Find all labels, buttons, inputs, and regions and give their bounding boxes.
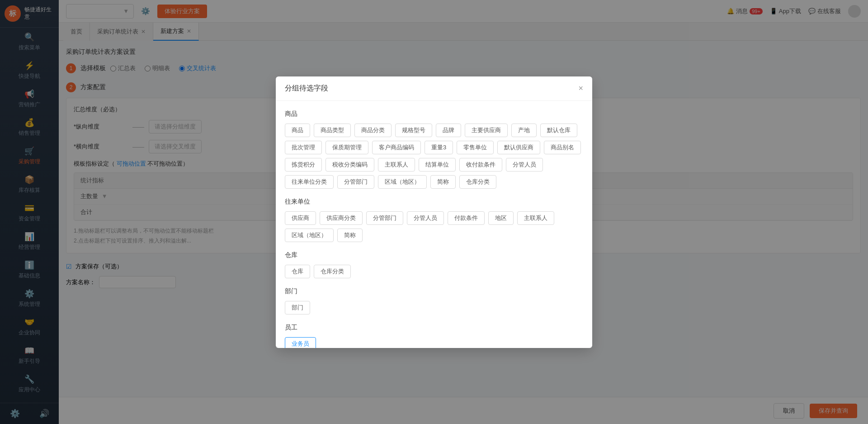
field-tag-product[interactable]: 商品 <box>285 124 310 137</box>
field-select-modal: 分组待选字段 × 商品 商品 商品类型 商品分类 规格型号 品牌 主要供应商 产… <box>276 76 592 348</box>
field-tag-product-category[interactable]: 商品分类 <box>354 124 392 137</box>
field-tag-main-supplier[interactable]: 主要供应商 <box>465 124 508 137</box>
field-tag-settlement-unit[interactable]: 结算单位 <box>419 158 456 172</box>
field-tag-supplier-cat[interactable]: 供应商分类 <box>320 211 363 225</box>
field-group-employee-title: 员工 <box>285 324 583 332</box>
field-tag-customer-code[interactable]: 客户商品编码 <box>372 141 421 154</box>
field-tag-region[interactable]: 区域（地区） <box>285 229 334 242</box>
field-tag-warehouse[interactable]: 仓库 <box>285 265 310 278</box>
field-tag-abbr[interactable]: 简称 <box>337 229 363 242</box>
field-tag-person[interactable]: 分管人员 <box>407 211 444 225</box>
field-group-warehouse-title: 仓库 <box>285 251 583 259</box>
field-tag-batch-mgmt[interactable]: 批次管理 <box>285 141 322 154</box>
field-tag-tax-code[interactable]: 税收分类编码 <box>326 158 374 172</box>
field-tag-default-warehouse[interactable]: 默认仓库 <box>540 124 577 137</box>
field-tag-warehouse-cat[interactable]: 仓库分类 <box>314 265 351 278</box>
modal-close-button[interactable]: × <box>578 84 583 93</box>
employee-fields: 业务员 <box>285 337 583 348</box>
modal-header: 分组待选字段 × <box>276 76 592 101</box>
field-tag-dept-main[interactable]: 部门 <box>285 301 310 314</box>
field-tag-pay-terms[interactable]: 付款条件 <box>448 211 485 225</box>
product-fields: 商品 商品类型 商品分类 规格型号 品牌 主要供应商 产地 默认仓库 批次管理 … <box>285 124 583 189</box>
field-tag-default-supplier[interactable]: 默认供应商 <box>497 141 540 154</box>
field-group-dept-title: 部门 <box>285 287 583 295</box>
field-tag-product-alias[interactable]: 商品别名 <box>544 141 581 154</box>
field-tag-region2[interactable]: 区域（地区） <box>378 175 427 189</box>
dept-fields: 部门 <box>285 301 583 314</box>
field-tag-weight3[interactable]: 重量3 <box>425 141 453 154</box>
field-tag-contact[interactable]: 主联系人 <box>517 211 554 225</box>
field-group-employee: 员工 业务员 <box>285 324 583 348</box>
field-tag-pick-score[interactable]: 拣货积分 <box>285 158 322 172</box>
field-tag-brand[interactable]: 品牌 <box>436 124 461 137</box>
field-tag-partner-category[interactable]: 往来单位分类 <box>285 175 334 189</box>
field-group-product-title: 商品 <box>285 110 583 118</box>
field-group-department: 部门 部门 <box>285 287 583 314</box>
field-tag-origin[interactable]: 产地 <box>511 124 537 137</box>
modal-title: 分组待选字段 <box>285 84 328 93</box>
field-group-partner-title: 往来单位 <box>285 198 583 206</box>
field-tag-salesperson[interactable]: 业务员 <box>285 337 316 348</box>
field-group-partner: 往来单位 供应商 供应商分类 分管部门 分管人员 付款条件 地区 主联系人 区域… <box>285 198 583 242</box>
field-tag-expiry-mgmt[interactable]: 保质期管理 <box>326 141 368 154</box>
field-tag-abbr2[interactable]: 简称 <box>430 175 456 189</box>
field-tag-supplier[interactable]: 供应商 <box>285 211 316 225</box>
field-group-product: 商品 商品 商品类型 商品分类 规格型号 品牌 主要供应商 产地 默认仓库 批次… <box>285 110 583 189</box>
field-tag-area[interactable]: 地区 <box>488 211 514 225</box>
field-tag-main-contact[interactable]: 主联系人 <box>378 158 415 172</box>
field-tag-warehouse-cat2[interactable]: 仓库分类 <box>459 175 496 189</box>
modal-body: 商品 商品 商品类型 商品分类 规格型号 品牌 主要供应商 产地 默认仓库 批次… <box>276 101 592 348</box>
partner-fields: 供应商 供应商分类 分管部门 分管人员 付款条件 地区 主联系人 区域（地区） … <box>285 211 583 242</box>
warehouse-fields: 仓库 仓库分类 <box>285 265 583 278</box>
field-group-warehouse: 仓库 仓库 仓库分类 <box>285 251 583 278</box>
field-tag-spec-model[interactable]: 规格型号 <box>395 124 432 137</box>
field-tag-product-type[interactable]: 商品类型 <box>314 124 351 137</box>
field-tag-payment-terms[interactable]: 收付款条件 <box>459 158 502 172</box>
field-tag-dept[interactable]: 分管部门 <box>366 211 403 225</box>
field-tag-retail-unit[interactable]: 零售单位 <box>457 141 494 154</box>
field-tag-dept2[interactable]: 分管部门 <box>337 175 374 189</box>
field-tag-manager[interactable]: 分管人员 <box>506 158 543 172</box>
